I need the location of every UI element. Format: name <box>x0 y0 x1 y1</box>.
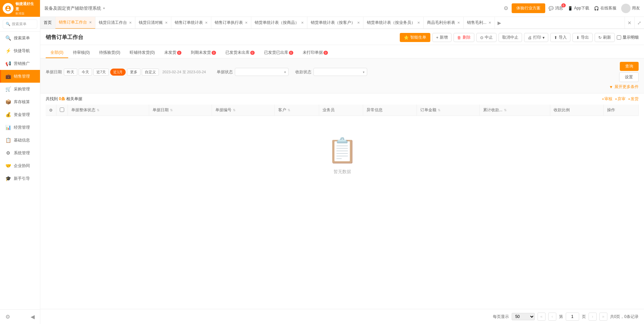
sidebar-item-finance[interactable]: 💰 资金管理 <box>0 108 40 121</box>
tab-close-cash-daily[interactable]: ✕ <box>129 21 132 25</box>
print-button[interactable]: 🖨 打印 ▾ <box>524 33 548 42</box>
close-all-tabs-button[interactable]: ✕ <box>625 17 634 29</box>
date-shortcut-custom[interactable]: 自定义 <box>142 69 159 76</box>
sub-tab-label-overdue-not-shipped: 到期未发货0 <box>191 50 216 55</box>
sidebar-search-section: 🔍 搜索菜单 <box>0 17 40 32</box>
date-shortcut-1month[interactable]: 近1月 <box>110 69 126 76</box>
expand-more-button[interactable]: ▼ 展开更多条件 <box>609 84 639 90</box>
ship-action-button[interactable]: 发货 <box>628 96 639 102</box>
page-input[interactable] <box>566 313 579 321</box>
sub-tab-all[interactable]: 全部(0) <box>46 48 68 58</box>
col-amount-header: 订单金额⇅ <box>417 105 479 116</box>
collapse-button[interactable]: ◀ <box>28 312 37 321</box>
tab-close-sales-detail[interactable]: ✕ <box>488 21 491 25</box>
sidebar-item-system[interactable]: ⚙ 系统管理 <box>0 147 40 159</box>
tab-cash-daily[interactable]: 钱货日清工作台✕ <box>95 17 135 29</box>
tab-home[interactable]: 首页 <box>40 17 55 29</box>
sub-tab-wangpu-pending[interactable]: 旺铺待发货(0) <box>125 48 160 58</box>
tab-close-sales-exec[interactable]: ✕ <box>245 21 248 25</box>
messages-button[interactable]: 💬 消息 6 <box>549 5 563 11</box>
star-icon: ⭐ <box>404 35 409 40</box>
refresh-button[interactable]: ↻ 刷新 <box>595 33 615 42</box>
prev-page-button[interactable]: ‹ <box>548 313 556 321</box>
tab-label-sales-exec: 销售订单执行表 <box>215 20 243 26</box>
sidebar-item-search[interactable]: 🔍 搜索菜单 <box>0 32 40 44</box>
bill-status-select[interactable] <box>235 68 289 76</box>
gear-icon[interactable]: ⚙ <box>49 108 53 113</box>
user-menu[interactable]: 用友 <box>621 4 640 13</box>
per-page-select[interactable]: 50 10 20 100 <box>512 313 535 320</box>
tab-cash-reconcile[interactable]: 钱货日清对账✕ <box>135 17 171 29</box>
tab-sales-stats[interactable]: 销售订单统计表✕ <box>171 17 211 29</box>
sidebar-item-purchase[interactable]: 🛒 采购管理 <box>0 83 40 95</box>
cancel-review-action-button[interactable]: 弃审 <box>615 96 626 102</box>
sidebar-item-marketing[interactable]: 📢 营销推广 <box>0 57 40 70</box>
first-page-button[interactable]: « <box>538 313 546 321</box>
last-page-button[interactable]: » <box>599 313 607 321</box>
sidebar-item-enterprise[interactable]: 🤝 企业协同 <box>0 159 40 172</box>
tab-sales-workbench[interactable]: 销售订单工作台✕ <box>55 17 95 29</box>
sub-tab-not-printed[interactable]: 未打印单据0 <box>298 48 333 58</box>
sub-tab-not-shipped[interactable]: 未发货0 <box>160 48 186 58</box>
tab-close-cargo-stats-staff[interactable]: ✕ <box>417 21 420 25</box>
tab-cargo-stats-product[interactable]: 销货单统计表（按商品）✕ <box>251 17 307 29</box>
logo-icon <box>3 3 13 14</box>
import-button[interactable]: ⬆ 导入 <box>550 33 570 42</box>
topbar-gear-icon[interactable]: ⚙ <box>504 5 508 11</box>
sub-tab-shipped-out[interactable]: 已发货已出库0 <box>259 48 298 58</box>
online-service-button[interactable]: 🎧 在线客服 <box>594 5 616 11</box>
tab-sales-detail[interactable]: 销售毛利...✕ <box>464 17 495 29</box>
sub-tab-shipped-not-out[interactable]: 已发货未出库0 <box>221 48 259 58</box>
review-action-button[interactable]: 审核 <box>602 96 612 102</box>
tab-cargo-stats-staff[interactable]: 销货单统计表（按业务员）✕ <box>363 17 424 29</box>
sub-tab-pending-review[interactable]: 待审核(0) <box>68 48 95 58</box>
industry-solution-button[interactable]: 体验行业方案 <box>512 3 545 13</box>
delete-button[interactable]: 🗑 删除 <box>454 33 474 42</box>
date-shortcut-yesterday[interactable]: 昨天 <box>64 69 77 76</box>
tabs-more-button[interactable]: ▶ <box>495 20 504 26</box>
query-button[interactable]: 查询 <box>620 62 639 71</box>
page-header-actions: ⭐ 智能生单 + 新增 🗑 删除 ⊙ 中止 <box>400 33 639 42</box>
table-actions-right: 审核 弃审 发货 <box>602 96 639 102</box>
sidebar-item-guide[interactable]: 🎓 新手引导 <box>0 172 40 185</box>
app-download-button[interactable]: 📱 App下载 <box>568 5 589 11</box>
sidebar-item-quick-nav[interactable]: ⚡ 快捷导航 <box>0 44 40 57</box>
new-button[interactable]: + 新增 <box>432 33 452 42</box>
tab-label-cargo-stats-customer: 销货单统计表（按客户） <box>311 20 355 26</box>
select-all-checkbox[interactable] <box>60 108 64 112</box>
search-menu-button[interactable]: 🔍 搜索菜单 <box>3 19 37 29</box>
tab-sales-exec[interactable]: 销售订单执行表✕ <box>211 17 251 29</box>
settings-button[interactable]: ⚙ <box>3 312 13 321</box>
export-icon: ⬇ <box>576 35 579 40</box>
tab-gross-profit[interactable]: 商品毛利分析表✕ <box>424 17 464 29</box>
payment-status-select[interactable] <box>313 68 367 76</box>
next-page-button[interactable]: › <box>589 313 597 321</box>
date-shortcut-7days[interactable]: 近7天 <box>93 69 109 76</box>
sidebar-item-inventory[interactable]: 📦 库存核算 <box>0 95 40 108</box>
cancel-suspend-button[interactable]: 取消中止 <box>499 33 522 42</box>
message-icon: 💬 <box>549 6 554 11</box>
tab-close-gross-profit[interactable]: ✕ <box>457 21 460 25</box>
tab-close-sales-stats[interactable]: ✕ <box>205 21 208 25</box>
show-detail-input[interactable] <box>617 35 621 40</box>
smart-create-button[interactable]: ⭐ 智能生单 <box>400 33 430 42</box>
sub-tab-overdue-not-shipped[interactable]: 到期未发货0 <box>186 48 221 58</box>
maximize-button[interactable]: ⤢ <box>634 17 644 29</box>
tab-close-cash-reconcile[interactable]: ✕ <box>165 21 168 25</box>
tab-close-cargo-stats-product[interactable]: ✕ <box>301 21 304 25</box>
tab-close-sales-workbench[interactable]: ✕ <box>89 21 92 24</box>
date-shortcut-more[interactable]: 更多 <box>127 69 140 76</box>
setting-button[interactable]: 设置 <box>619 72 639 82</box>
tab-cargo-stats-customer[interactable]: 销货单统计表（按客户）✕ <box>307 17 363 29</box>
sub-tabs: 全部(0)待审核(0)待拣验货(0)旺铺待发货(0)未发货0到期未发货0已发货未… <box>40 45 644 58</box>
tab-close-cargo-stats-customer[interactable]: ✕ <box>357 21 360 25</box>
pagination-bar: 每页显示 50 10 20 100 « ‹ 第 页 › » 共0页，0条记录 <box>40 309 644 324</box>
sidebar-item-sales[interactable]: 💼 销售管理 <box>0 70 40 83</box>
sidebar-item-operations[interactable]: 📊 经营管理 <box>0 121 40 134</box>
export-button[interactable]: ⬇ 导出 <box>572 33 593 42</box>
sidebar-item-basic[interactable]: 📋 基础信息 <box>0 134 40 147</box>
show-detail-checkbox[interactable]: 显示明细 <box>617 35 639 40</box>
date-shortcut-today[interactable]: 今天 <box>79 69 92 76</box>
suspend-button[interactable]: ⊙ 中止 <box>476 33 497 42</box>
sub-tab-pending-inspection[interactable]: 待拣验货(0) <box>94 48 125 58</box>
